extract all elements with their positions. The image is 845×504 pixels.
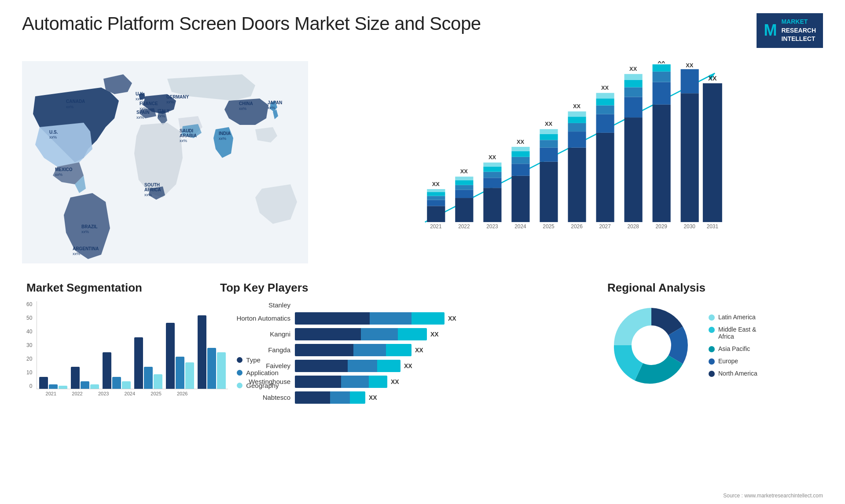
svg-rect-37 (427, 196, 445, 200)
svg-rect-78 (596, 114, 614, 133)
player-name: Westinghouse (220, 378, 290, 385)
svg-rect-56 (511, 176, 529, 222)
player-row: Nabtesco XX (220, 391, 581, 404)
svg-rect-36 (427, 200, 445, 206)
svg-text:xx%: xx% (81, 230, 89, 234)
svg-rect-51 (483, 172, 501, 178)
svg-text:2025: 2025 (543, 223, 555, 229)
header: Automatic Platform Screen Doors Market S… (22, 13, 823, 48)
svg-text:xx%: xx% (144, 193, 152, 197)
reg-legend-na: North America (709, 370, 757, 377)
donut-chart (607, 301, 695, 389)
svg-rect-45 (455, 180, 473, 185)
bar-chart: XX 2021 XX 2022 XX 2023 (326, 61, 814, 250)
svg-rect-64 (540, 147, 558, 161)
svg-text:XX: XX (573, 103, 581, 110)
svg-text:XX: XX (629, 66, 637, 72)
svg-text:2029: 2029 (655, 223, 667, 229)
svg-rect-73 (568, 117, 586, 123)
svg-rect-38 (427, 192, 445, 196)
svg-text:xx%: xx% (268, 106, 275, 110)
seg-bar-group-2023 (103, 352, 131, 389)
segmentation-title: Market Segmentation (26, 281, 194, 295)
player-name: Horton Automatics (220, 314, 290, 322)
player-bar-container: XX (295, 391, 581, 404)
bottom-row: Market Segmentation 60 50 40 30 20 10 0 (22, 281, 823, 404)
players-list: Stanley Horton Automatics XX (220, 301, 581, 404)
reg-legend-mea: Middle East &Africa (709, 326, 757, 340)
svg-rect-93 (653, 72, 671, 82)
svg-text:SAUDI: SAUDI (180, 128, 193, 133)
svg-text:xx%: xx% (239, 106, 246, 111)
svg-rect-94 (653, 64, 671, 71)
svg-text:ARGENTINA: ARGENTINA (73, 246, 99, 251)
player-bar-container: XX (295, 360, 581, 372)
na-label: North America (718, 370, 757, 377)
svg-rect-80 (596, 99, 614, 106)
svg-text:CHINA: CHINA (239, 101, 253, 106)
svg-text:XX: XX (517, 138, 525, 145)
svg-rect-53 (483, 162, 501, 166)
player-name: Faiveley (220, 362, 290, 369)
svg-text:xx%: xx% (136, 115, 144, 120)
svg-text:xx%: xx% (55, 172, 62, 177)
svg-text:xx%: xx% (66, 105, 73, 109)
svg-text:xx%: xx% (136, 97, 143, 101)
svg-text:2030: 2030 (684, 223, 696, 229)
svg-rect-101 (703, 83, 722, 222)
latin-dot (709, 314, 715, 321)
svg-rect-66 (540, 134, 558, 140)
svg-rect-60 (511, 147, 529, 151)
logo-line3: INTELLECT (781, 35, 816, 44)
svg-text:2031: 2031 (707, 223, 719, 229)
player-row: Westinghouse XX (220, 376, 581, 388)
svg-text:2024: 2024 (514, 223, 526, 229)
regional-section: Regional Analysis (603, 281, 823, 404)
player-row: Fangda XX (220, 344, 581, 356)
svg-rect-58 (511, 157, 529, 164)
logo-box: M MARKET RESEARCH INTELLECT (757, 13, 823, 48)
svg-text:xx%: xx% (219, 136, 226, 141)
svg-text:XX: XX (708, 75, 717, 82)
player-name: Stanley (220, 301, 290, 309)
logo-letter: M (764, 19, 777, 41)
svg-rect-46 (455, 176, 473, 180)
regional-title: Regional Analysis (607, 281, 819, 295)
svg-text:BRAZIL: BRAZIL (81, 224, 98, 229)
player-name: Fangda (220, 346, 290, 354)
svg-text:SPAIN: SPAIN (136, 110, 150, 115)
svg-rect-87 (625, 80, 643, 87)
reg-legend-apac: Asia Pacific (709, 345, 757, 352)
logo-line2: RESEARCH (781, 26, 816, 35)
page-container: Automatic Platform Screen Doors Market S… (0, 0, 845, 504)
svg-text:2028: 2028 (627, 223, 639, 229)
svg-rect-91 (653, 105, 671, 222)
svg-text:xx%: xx% (166, 100, 174, 104)
reg-legend-latin: Latin America (709, 314, 757, 321)
svg-point-104 (632, 325, 671, 365)
svg-rect-86 (625, 87, 643, 97)
svg-text:U.S.: U.S. (49, 130, 58, 135)
latin-label: Latin America (718, 314, 756, 321)
svg-rect-50 (483, 178, 501, 188)
mea-label: Middle East &Africa (718, 326, 756, 340)
player-name: Nabtesco (220, 394, 290, 401)
map-section: CANADA xx% U.S. xx% MEXICO xx% BRAZIL xx… (22, 57, 308, 268)
page-title: Automatic Platform Screen Doors Market S… (22, 13, 481, 34)
svg-rect-97 (681, 93, 699, 222)
svg-text:XX: XX (658, 61, 665, 65)
svg-rect-72 (568, 123, 586, 131)
svg-text:2026: 2026 (571, 223, 583, 229)
svg-text:2021: 2021 (430, 223, 442, 229)
player-name: Kangni (220, 330, 290, 338)
svg-rect-57 (511, 164, 529, 175)
regional-content: Latin America Middle East &Africa Asia P… (607, 301, 819, 389)
svg-text:XX: XX (686, 62, 694, 69)
svg-rect-84 (625, 117, 643, 222)
svg-text:XX: XX (489, 154, 496, 161)
svg-text:XX: XX (545, 121, 553, 127)
svg-rect-71 (568, 131, 586, 148)
bar-chart-section: XX 2021 XX 2022 XX 2023 (317, 57, 823, 268)
svg-rect-79 (596, 105, 614, 114)
svg-text:2027: 2027 (599, 223, 610, 229)
